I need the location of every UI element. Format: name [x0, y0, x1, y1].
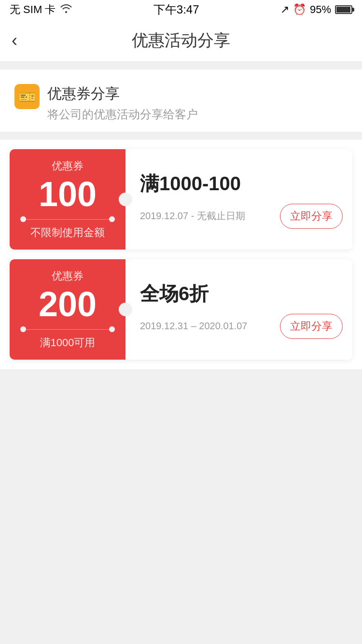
status-time: 下午3:47	[153, 2, 199, 17]
coupon-list: 优惠券 100 不限制使用金额 满1000-100 2019.12.07 - 无…	[0, 140, 362, 369]
alarm-icon: ⏰	[293, 3, 306, 16]
coupon-name-0: 满1000-100	[140, 170, 343, 197]
coupon-amount-1: 200	[39, 285, 97, 323]
coupon-type-0: 优惠券	[52, 159, 84, 173]
coupon-divider-1	[25, 329, 110, 330]
coupon-condition-0: 不限制使用金额	[30, 225, 105, 240]
coupon-date-0: 2019.12.07 - 无截止日期	[140, 210, 245, 223]
coupon-divider-0	[25, 219, 110, 220]
share-button-0[interactable]: 立即分享	[280, 204, 343, 229]
status-bar: 无 SIM 卡 下午3:47 ↗ ⏰ 95%	[0, 0, 362, 19]
coupon-left-1: 优惠券 200 满1000可用	[10, 259, 125, 360]
coupon-card: 优惠券 100 不限制使用金额 满1000-100 2019.12.07 - 无…	[10, 149, 352, 250]
battery-percent: 95%	[310, 3, 331, 16]
empty-area	[0, 369, 362, 640]
coupon-name-1: 全场6折	[140, 280, 343, 307]
section-header: 🎫 优惠券分享 将公司的优惠活动分享给客户	[0, 70, 362, 132]
coupon-card: 优惠券 200 满1000可用 全场6折 2019.12.31 – 2020.0…	[10, 259, 352, 360]
nav-bar: ‹ 优惠活动分享	[0, 19, 362, 62]
status-right: ↗ ⏰ 95%	[280, 3, 352, 16]
section-text-block: 优惠券分享 将公司的优惠活动分享给客户	[47, 84, 198, 122]
coupon-left-0: 优惠券 100 不限制使用金额	[10, 149, 125, 250]
coupon-date-1: 2019.12.31 – 2020.01.07	[140, 321, 247, 332]
coupon-right-1: 全场6折 2019.12.31 – 2020.01.07 立即分享	[125, 259, 352, 360]
wifi-icon	[60, 3, 72, 16]
section-subtitle: 将公司的优惠活动分享给客户	[47, 107, 198, 122]
back-button[interactable]: ‹	[12, 30, 17, 51]
section-title: 优惠券分享	[47, 84, 198, 104]
section-icon: 🎫	[14, 84, 40, 109]
coupon-footer-1: 2019.12.31 – 2020.01.07 立即分享	[140, 314, 343, 339]
share-button-1[interactable]: 立即分享	[280, 314, 343, 339]
coupon-amount-0: 100	[39, 175, 97, 213]
battery-icon	[335, 5, 352, 14]
coupon-type-1: 优惠券	[52, 269, 84, 283]
location-icon: ↗	[280, 3, 289, 16]
coupon-right-0: 满1000-100 2019.12.07 - 无截止日期 立即分享	[125, 149, 352, 250]
status-left: 无 SIM 卡	[10, 2, 72, 17]
page-title: 优惠活动分享	[132, 29, 230, 52]
coupon-footer-0: 2019.12.07 - 无截止日期 立即分享	[140, 204, 343, 229]
coupon-condition-1: 满1000可用	[40, 336, 96, 350]
carrier-label: 无 SIM 卡	[10, 2, 56, 17]
